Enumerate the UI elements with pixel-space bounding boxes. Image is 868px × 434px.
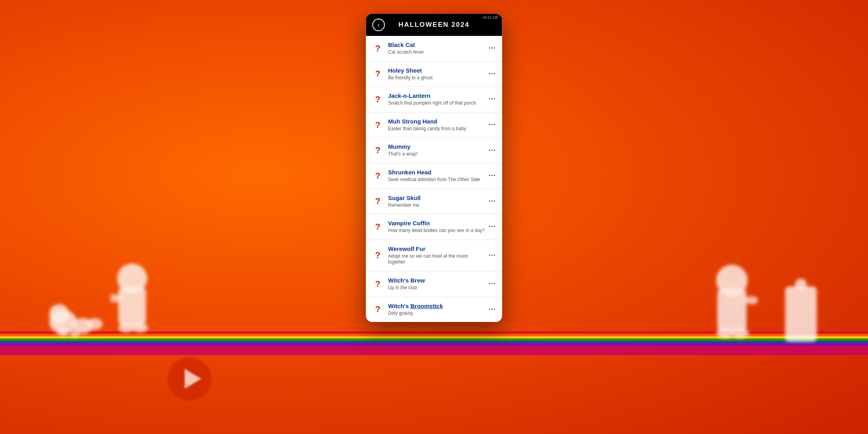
ghost-figure-crawl [47,294,110,351]
item-subtitle: How many dead bodies can you see in a da… [388,228,486,234]
item-title: Mummy [388,143,486,150]
item-content: Vampire Coffin How many dead bodies can … [388,220,486,234]
question-mark-icon: ? [372,171,383,181]
list-item[interactable]: ? Witch's Broomstick Defy gravity ··· [366,297,502,322]
ghost-figure-stand-right [710,263,758,347]
item-title: Black Cat [388,41,486,49]
more-options-button[interactable]: ··· [485,305,496,314]
more-options-button[interactable]: ··· [485,197,496,206]
item-subtitle: Snatch that pumpkin right off of that po… [388,100,486,107]
list-item[interactable]: ? Witch's Brew Up in the club ··· [366,271,502,297]
list-item[interactable]: ? Holey Sheet Be friendly to a ghost ··· [366,62,502,87]
ghost-figure-box [781,279,821,351]
item-content: Witch's Broomstick Defy gravity [388,303,486,317]
more-options-button[interactable]: ··· [485,44,496,52]
item-title: Muh Strong Hand [388,118,486,125]
more-options-button[interactable]: ··· [485,121,496,129]
phone-container: v3.12.126 ‹ HALLOWEEN 2024 ? Black Cat C… [366,14,502,322]
svg-rect-7 [118,286,146,326]
item-content: Mummy That's a wrap! [388,143,486,157]
more-options-button[interactable]: ··· [485,223,496,231]
item-title: Witch's Broomstick [388,303,486,310]
item-content: Holey Sheet Be friendly to a ghost [388,67,486,81]
list-item[interactable]: ? Shrunken Head Seek medical attention f… [366,163,502,189]
ghost-figure-stand-left [110,263,158,343]
title-part2-underlined: Broomstick [410,303,443,309]
question-mark-icon: ? [372,94,383,105]
more-options-button[interactable]: ··· [485,251,496,260]
item-list: ? Black Cat Cat scratch fever ··· ? Hole… [366,36,502,322]
svg-rect-12 [717,288,746,332]
item-title: Werewolf Fur [388,245,486,253]
item-subtitle: Easier than taking candy from a baby [388,126,486,132]
item-subtitle: Remember me [388,202,486,209]
item-content: Black Cat Cat scratch fever [388,41,486,56]
more-options-button[interactable]: ··· [485,70,496,78]
item-subtitle: Be friendly to a ghost [388,75,486,81]
list-item[interactable]: ? Sugar Skull Remember me ··· [366,189,502,215]
item-subtitle: That's a wrap! [388,151,486,157]
item-title: Holey Sheet [388,67,486,74]
question-mark-icon: ? [372,304,383,314]
svg-point-14 [731,328,749,338]
more-options-button[interactable]: ··· [485,146,496,155]
list-item[interactable]: ? Werewolf Fur Adopt me so we can howl a… [366,240,502,271]
item-title: Shrunken Head [388,169,486,176]
question-mark-icon: ? [372,145,383,155]
item-subtitle: Up in the club [388,285,486,291]
item-subtitle: Adopt me so we can howl at the moon toge… [388,253,486,266]
list-item[interactable]: ? Black Cat Cat scratch fever ··· [366,36,502,62]
item-subtitle: Seek medical attention from The Other Si… [388,177,486,183]
back-button[interactable]: ‹ [372,19,385,31]
svg-point-17 [795,279,807,290]
svg-point-5 [70,331,80,337]
svg-point-1 [49,304,69,324]
list-item[interactable]: ? Vampire Coffin How many dead bodies ca… [366,214,502,240]
more-options-button[interactable]: ··· [485,280,496,288]
more-options-button[interactable]: ··· [485,172,496,180]
item-title: Vampire Coffin [388,220,486,227]
question-mark-icon: ? [372,196,383,206]
red-circle-icon [166,355,213,402]
more-options-button[interactable]: ··· [485,95,496,103]
list-item[interactable]: ? Muh Strong Hand Easier than taking can… [366,112,502,138]
list-item[interactable]: ? Mummy That's a wrap! ··· [366,138,502,163]
item-content: Witch's Brew Up in the club [388,277,486,291]
item-subtitle: Defy gravity [388,311,486,317]
question-mark-icon: ? [372,120,383,130]
question-mark-icon: ? [372,222,383,232]
svg-rect-16 [785,286,817,342]
back-icon: ‹ [378,21,380,28]
svg-point-9 [132,323,148,333]
item-content: Werewolf Fur Adopt me so we can howl at … [388,245,486,266]
svg-point-4 [57,328,69,336]
item-title: Sugar Skull [388,195,486,202]
item-content: Shrunken Head Seek medical attention fro… [388,169,486,183]
title-part1: Witch's [388,303,411,309]
page-title: HALLOWEEN 2024 [385,21,483,29]
item-content: Muh Strong Hand Easier than taking candy… [388,118,486,132]
svg-point-13 [716,328,734,338]
item-subtitle: Cat scratch fever [388,49,486,56]
item-title: Jack-o-Lantern [388,92,486,99]
svg-point-3 [87,318,103,330]
item-title: Witch's Brew [388,277,486,284]
question-mark-icon: ? [372,250,383,260]
question-mark-icon: ? [372,43,383,54]
item-content: Jack-o-Lantern Snatch that pumpkin right… [388,92,486,107]
question-mark-icon: ? [372,279,383,289]
phone-header: v3.12.126 ‹ HALLOWEEN 2024 [366,14,502,36]
list-item[interactable]: ? Jack-o-Lantern Snatch that pumpkin rig… [366,87,502,112]
status-bar: v3.12.126 [483,15,498,19]
question-mark-icon: ? [372,69,383,79]
svg-point-8 [118,323,134,333]
item-content: Sugar Skull Remember me [388,195,486,209]
